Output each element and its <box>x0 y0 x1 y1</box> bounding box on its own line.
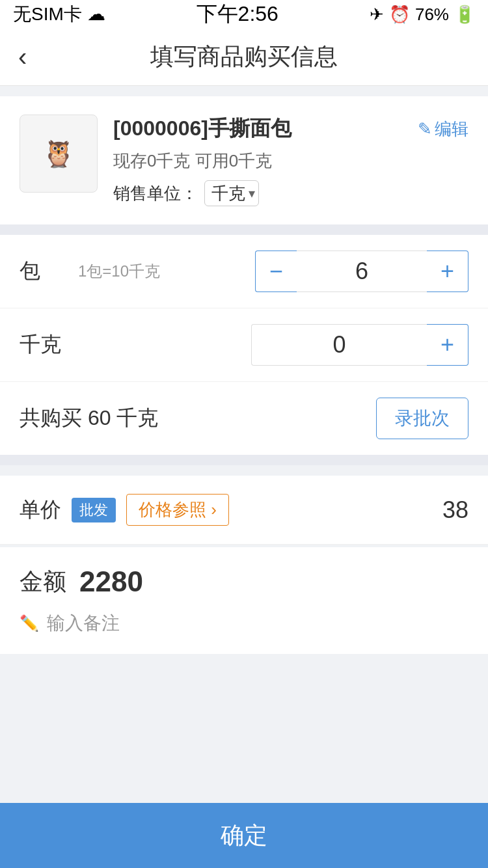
unit-select-wrapper[interactable]: 千克 <box>204 180 259 206</box>
price-row: 单价 批发 价格参照 › 38 <box>0 476 488 545</box>
edit-icon: ✎ <box>418 119 432 139</box>
status-time: 下午2:56 <box>197 0 278 29</box>
kg-qty-control: + <box>251 324 468 366</box>
amount-value: 2280 <box>79 565 143 598</box>
nav-title: 填写商品购买信息 <box>150 41 338 73</box>
status-alarm-icon: ⏰ <box>389 5 410 25</box>
package-row: 包 1包=10千克 − + <box>0 235 488 308</box>
package-plus-button[interactable]: + <box>427 251 468 292</box>
batch-button[interactable]: 录批次 <box>376 398 468 439</box>
nav-bar: ‹ 填写商品购买信息 <box>0 29 488 86</box>
confirm-button[interactable]: 确定 <box>0 803 488 868</box>
status-signal: 无SIM卡 ☁ <box>13 2 105 27</box>
back-button[interactable]: ‹ <box>18 42 27 72</box>
price-ref-button[interactable]: 价格参照 › <box>126 494 229 526</box>
unit-row: 销售单位： 千克 <box>113 180 468 206</box>
remark-row[interactable]: ✏️ 输入备注 <box>20 611 468 636</box>
amount-section: 金额 2280 ✏️ 输入备注 <box>0 547 488 654</box>
section-divider-1 <box>0 224 488 235</box>
section-divider-2 <box>0 455 488 465</box>
pencil-icon: ✏️ <box>20 614 39 632</box>
price-tag: 批发 <box>72 498 116 522</box>
status-battery-area: ✈ ⏰ 76% 🔋 <box>370 5 475 25</box>
unit-prefix-label: 销售单位： <box>113 182 198 205</box>
stock-info: 现存0千克 可用0千克 <box>113 150 468 172</box>
remark-label: 输入备注 <box>47 611 120 636</box>
package-qty-input[interactable] <box>297 251 427 292</box>
product-info: [0000006]手撕面包 ✎ 编辑 现存0千克 可用0千克 销售单位： 千克 <box>113 115 468 206</box>
price-label: 单价 <box>20 496 61 524</box>
status-bar: 无SIM卡 ☁ 下午2:56 ✈ ⏰ 76% 🔋 <box>0 0 488 29</box>
product-image: 🦉 <box>20 115 98 193</box>
total-text: 共购买 60 千克 <box>20 404 158 433</box>
status-battery-icon: 🔋 <box>454 5 475 25</box>
price-value: 38 <box>442 496 468 524</box>
package-hint: 1包=10千克 <box>78 261 255 282</box>
product-name-row: [0000006]手撕面包 ✎ 编辑 <box>113 115 468 143</box>
price-section: 单价 批发 价格参照 › 38 <box>0 476 488 545</box>
product-card: 🦉 [0000006]手撕面包 ✎ 编辑 现存0千克 可用0千克 销售单位： 千… <box>0 96 488 224</box>
edit-button[interactable]: ✎ 编辑 <box>418 118 468 141</box>
status-battery: 76% <box>415 5 449 25</box>
amount-row: 金额 2280 <box>20 565 468 598</box>
package-label: 包 <box>20 257 72 286</box>
kg-row: 千克 + <box>0 308 488 382</box>
unit-select[interactable]: 千克 <box>204 180 259 206</box>
edit-label: 编辑 <box>435 118 468 141</box>
package-minus-button[interactable]: − <box>255 251 297 292</box>
kg-label: 千克 <box>20 331 72 359</box>
product-icon: 🦉 <box>42 139 75 169</box>
product-name: [0000006]手撕面包 <box>113 115 291 143</box>
package-qty-control: − + <box>255 251 468 292</box>
kg-plus-button[interactable]: + <box>427 324 468 366</box>
total-row: 共购买 60 千克 录批次 <box>0 382 488 455</box>
status-location-icon: ✈ <box>370 5 384 25</box>
package-input-section: 包 1包=10千克 − + 千克 + 共购买 60 千克 录批次 <box>0 235 488 455</box>
amount-label: 金额 <box>20 566 66 598</box>
kg-qty-input[interactable] <box>251 324 427 366</box>
